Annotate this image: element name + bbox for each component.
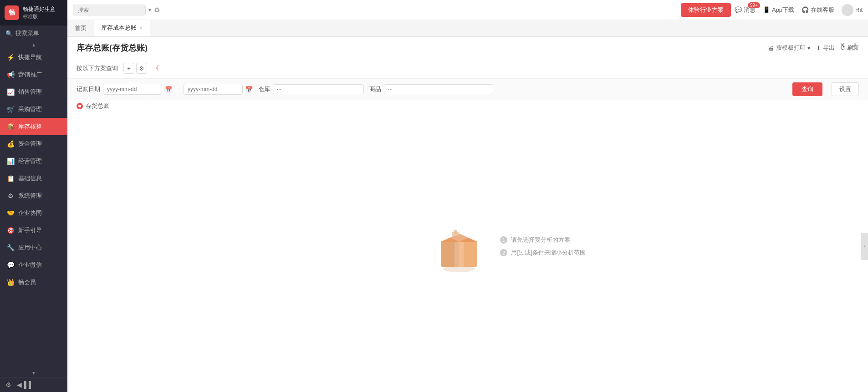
sidebar-item-enterprise-wx[interactable]: 💬 企业微信 bbox=[0, 256, 67, 274]
filter-bar: 按以下方案查询 + ⚙ 《 bbox=[67, 58, 868, 79]
enterprise-wx-label: 企业微信 bbox=[18, 261, 42, 269]
goods-more-btn[interactable]: ··· bbox=[384, 84, 493, 94]
topbar-right: 💬 消息 99+ 📱 App下载 🎧 在线客服 Rit bbox=[735, 4, 863, 16]
topbar-search-input[interactable] bbox=[73, 5, 146, 15]
body-area: 存货总账 bbox=[67, 100, 868, 392]
message-icon: 💬 bbox=[735, 6, 742, 13]
tab-home[interactable]: 首页 bbox=[67, 20, 94, 36]
scheme-panel: 存货总账 bbox=[67, 100, 149, 392]
close-window-btn[interactable]: ✕ bbox=[837, 41, 848, 50]
calendar-end-icon[interactable]: 📅 bbox=[245, 86, 253, 93]
filter-add-buttons: + ⚙ bbox=[123, 63, 147, 74]
sales-label: 销售管理 bbox=[18, 88, 42, 96]
app-name: 畅捷通好生意 bbox=[23, 5, 56, 13]
system-icon: ⚙ bbox=[6, 192, 15, 200]
online-service-label: 在线客服 bbox=[811, 6, 834, 14]
print-chevron-icon: ▾ bbox=[807, 45, 811, 51]
collapse-filter-btn[interactable]: 《 bbox=[153, 64, 159, 72]
guide-icon: 🎯 bbox=[6, 226, 15, 234]
tab-inventory-cost[interactable]: 库存成本总账 × bbox=[94, 20, 150, 36]
member-label: 畅会员 bbox=[18, 278, 36, 286]
query-btn[interactable]: 查询 bbox=[792, 82, 822, 96]
warehouse-filter-field: 仓库 ··· bbox=[258, 84, 364, 94]
sidebar-item-system[interactable]: ⚙ 系统管理 bbox=[0, 187, 67, 204]
export-label: 导出 bbox=[823, 44, 835, 52]
app-logo: 畅 畅捷通好生意 标准版 bbox=[0, 0, 67, 25]
filter-row: 记账日期 📅 — 📅 仓库 ··· 商品 ··· bbox=[67, 79, 868, 100]
app-download-item[interactable]: 📱 App下载 bbox=[763, 6, 794, 14]
audio-footer-icon[interactable]: ◀▐▐ bbox=[17, 381, 31, 388]
finance-icon: 💰 bbox=[6, 140, 15, 148]
warehouse-more-btn[interactable]: ··· bbox=[273, 84, 364, 94]
message-item[interactable]: 💬 消息 99+ bbox=[735, 6, 756, 14]
sidebar-item-finance[interactable]: 💰 资金管理 bbox=[0, 135, 67, 153]
export-btn[interactable]: ⬇ 导出 bbox=[816, 44, 835, 52]
topbar: ▾ ⚙ 体验行业方案 💬 消息 99+ 📱 App下载 🎧 在线客服 Rit bbox=[67, 0, 868, 20]
settings-footer-icon[interactable]: ⚙ bbox=[5, 381, 11, 388]
print-label: 按模板打印 bbox=[776, 44, 806, 52]
scheme-dot-icon bbox=[77, 103, 83, 109]
calendar-start-icon[interactable]: 📅 bbox=[165, 86, 172, 93]
empty-svg bbox=[432, 224, 486, 274]
filter-settings-icon-btn[interactable]: ⚙ bbox=[136, 63, 147, 74]
search-menu-item[interactable]: 🔍 搜索菜单 bbox=[0, 25, 67, 41]
sidebar-item-sales[interactable]: 📈 销售管理 bbox=[0, 83, 67, 101]
data-area: 1 请先选择要分析的方案 2 用[过滤]条件来缩小分析范围 › bbox=[149, 100, 868, 392]
sidebar-item-guide[interactable]: 🎯 新手引导 bbox=[0, 222, 67, 239]
filter-bar-label: 按以下方案查询 bbox=[77, 64, 118, 72]
page-title: 库存总账(存货总账) bbox=[77, 42, 148, 53]
side-panel-toggle[interactable]: › bbox=[861, 233, 868, 260]
date-start-input[interactable] bbox=[103, 84, 162, 95]
resize-icon[interactable]: ⤢ bbox=[852, 41, 857, 49]
window-controls: ✕ ⤢ bbox=[837, 41, 857, 50]
empty-hint-2: 2 用[过滤]条件来缩小分析范围 bbox=[500, 249, 585, 257]
sidebar-item-member[interactable]: 👑 畅会员 bbox=[0, 274, 67, 291]
app-download-icon: 📱 bbox=[763, 6, 770, 13]
user-avatar bbox=[842, 4, 853, 16]
cooperation-label: 企业协同 bbox=[18, 209, 42, 217]
sidebar: 畅 畅捷通好生意 标准版 🔍 搜索菜单 ▲ ⚡ 快捷导航 📢 营销推广 📈 销售… bbox=[0, 0, 67, 392]
topbar-gear-icon[interactable]: ⚙ bbox=[154, 6, 160, 14]
sidebar-item-inventory[interactable]: 📦 库存核算 bbox=[0, 118, 67, 135]
date-filter-field: 记账日期 📅 — 📅 bbox=[77, 84, 253, 95]
sidebar-item-cooperation[interactable]: 🤝 企业协同 bbox=[0, 204, 67, 222]
svg-rect-7 bbox=[454, 230, 457, 234]
inventory-label: 库存核算 bbox=[18, 122, 42, 131]
print-btn[interactable]: 🖨 按模板打印 ▾ bbox=[768, 44, 811, 52]
scheme-item-inventory[interactable]: 存货总账 bbox=[67, 100, 149, 112]
sidebar-item-purchase[interactable]: 🛒 采购管理 bbox=[0, 101, 67, 118]
sidebar-item-marketing[interactable]: 📢 营销推广 bbox=[0, 66, 67, 83]
add-filter-btn[interactable]: + bbox=[123, 63, 134, 74]
active-tab-label: 库存成本总账 bbox=[101, 24, 137, 32]
user-item[interactable]: Rit bbox=[842, 4, 863, 16]
empty-hints: 1 请先选择要分析的方案 2 用[过滤]条件来缩小分析范围 bbox=[500, 236, 585, 257]
operations-icon: 📊 bbox=[6, 157, 15, 165]
search-menu-label: 搜索菜单 bbox=[15, 29, 39, 37]
tab-close-btn[interactable]: × bbox=[139, 25, 143, 31]
settings-filter-btn[interactable]: 设置 bbox=[832, 82, 859, 96]
date-end-input[interactable] bbox=[184, 84, 243, 95]
online-service-item[interactable]: 🎧 在线客服 bbox=[802, 6, 834, 14]
guide-label: 新手引导 bbox=[18, 226, 42, 234]
sidebar-item-quick-nav[interactable]: ⚡ 快捷导航 bbox=[0, 49, 67, 66]
step-num-1: 1 bbox=[500, 236, 507, 244]
purchase-icon: 🛒 bbox=[6, 105, 15, 113]
scroll-down-btn[interactable]: ▼ bbox=[0, 369, 67, 377]
scheme-item-label: 存货总账 bbox=[86, 102, 109, 110]
industry-btn[interactable]: 体验行业方案 bbox=[681, 3, 731, 17]
svg-rect-4 bbox=[454, 242, 464, 267]
search-icon: 🔍 bbox=[5, 30, 13, 37]
app-download-label: App下载 bbox=[772, 6, 794, 14]
sidebar-item-app-center[interactable]: 🔧 应用中心 bbox=[0, 239, 67, 256]
scroll-up-btn[interactable]: ▲ bbox=[0, 41, 67, 49]
export-icon: ⬇ bbox=[816, 45, 821, 51]
marketing-icon: 📢 bbox=[6, 71, 15, 79]
sidebar-item-operations[interactable]: 📊 经营管理 bbox=[0, 153, 67, 170]
page-header: 库存总账(存货总账) 🖨 按模板打印 ▾ ⬇ 导出 ↺ 刷新 bbox=[67, 37, 868, 58]
search-chevron-icon[interactable]: ▾ bbox=[148, 7, 151, 13]
finance-label: 资金管理 bbox=[18, 140, 42, 148]
logo-letter: 畅 bbox=[9, 9, 15, 17]
logo-icon: 畅 bbox=[5, 5, 19, 20]
sidebar-item-basic-info[interactable]: 📋 基础信息 bbox=[0, 170, 67, 187]
marketing-label: 营销推广 bbox=[18, 71, 42, 79]
